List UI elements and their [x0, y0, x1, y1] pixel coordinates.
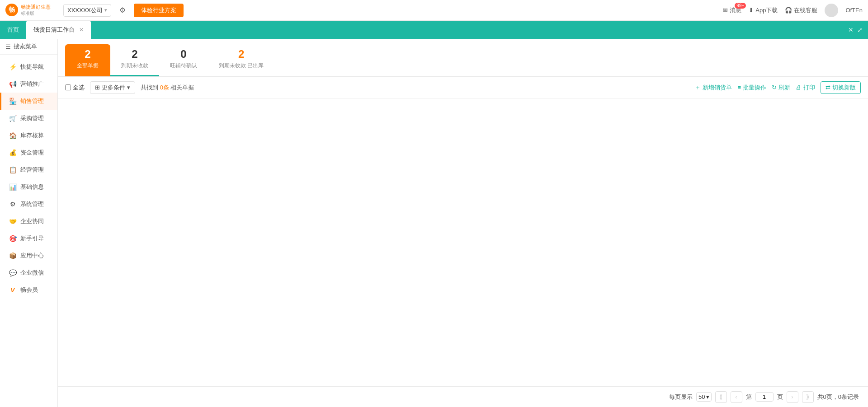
batch-icon: ≡	[737, 84, 741, 91]
select-all-checkbox[interactable]: 全选	[65, 84, 85, 92]
sidebar-item-marketing-label: 营销推广	[20, 80, 44, 88]
sidebar-top: ⚡ 快捷导航 📢 营销推广 🏪 销售管理 🛒 采购管理 🏠 库存核算 💰	[0, 55, 57, 302]
wechat-icon: 💬	[9, 269, 17, 277]
sidebar-item-operations[interactable]: 📋 经营管理	[0, 161, 57, 178]
sidebar-item-guide-label: 新手引导	[20, 234, 44, 243]
app-download-button[interactable]: ⬇ App下载	[749, 6, 778, 14]
filter-label: 更多条件	[102, 84, 125, 92]
sidebar-item-finance[interactable]: 💰 资金管理	[0, 144, 57, 161]
sidebar-item-quick-nav[interactable]: ⚡ 快捷导航	[0, 58, 57, 75]
prev-page-button[interactable]: ‹	[731, 391, 742, 403]
batch-label: 批量操作	[743, 84, 766, 92]
sidebar-item-cooperation-label: 企业协同	[20, 217, 44, 225]
message-button[interactable]: ✉ 消息 99+	[723, 6, 741, 14]
tab-work-bench[interactable]: 钱货日清工作台 ✕	[26, 21, 91, 39]
sidebar-item-marketing[interactable]: 📢 营销推广	[0, 75, 57, 93]
content-inner: 2 全部单据 2 到期未收款 0 旺辅待确认 2 到期未收款 已出库	[58, 39, 868, 407]
sidebar-item-cooperation[interactable]: 🤝 企业协同	[0, 213, 57, 230]
sidebar-item-inventory-label: 库存核算	[20, 131, 44, 140]
service-icon: 🎧	[785, 7, 792, 14]
filter-chevron-icon: ▾	[127, 84, 130, 91]
logo-area: 畅 畅捷通好生意 标准版	[5, 4, 63, 16]
search-icon: ☰	[5, 43, 11, 50]
main-content: 2 全部单据 2 到期未收款 0 旺辅待确认 2 到期未收款 已出库	[58, 39, 868, 407]
page-size-select[interactable]: 50 ▾	[696, 392, 711, 402]
close-window-icon[interactable]: ✕	[848, 26, 854, 33]
sidebar-item-inventory[interactable]: 🏠 库存核算	[0, 127, 57, 144]
top-header: 畅 畅捷通好生意 标准版 XXXXXX公司 ▾ ⚙ 体验行业方案 ✉ 消息 99…	[0, 0, 868, 21]
stat-num-overdue-out: 2	[238, 48, 244, 61]
page-size-label: 每页显示	[669, 393, 693, 401]
add-sale-button[interactable]: ＋ 新增销货单	[695, 84, 732, 92]
refresh-icon: ↻	[772, 84, 777, 91]
switch-version-button[interactable]: ⇄ 切换新版	[821, 81, 861, 94]
sidebar-item-purchase[interactable]: 🛒 采购管理	[0, 110, 57, 127]
avatar-name: OfTEn	[845, 7, 863, 14]
refresh-button[interactable]: ↻ 刷新	[772, 84, 790, 92]
first-page-button[interactable]: ⟪	[715, 391, 727, 403]
quick-nav-icon: ⚡	[9, 63, 17, 71]
expand-window-icon[interactable]: ⤢	[857, 26, 863, 33]
search-menu-button[interactable]: ☰ 搜索菜单	[0, 39, 57, 55]
avatar[interactable]	[825, 4, 838, 17]
toolbar: 全选 ⊞ 更多条件 ▾ 共找到 0条 相关单据 ＋	[58, 77, 868, 99]
cooperation-icon: 🤝	[9, 217, 17, 225]
tab-bar-actions: ✕ ⤢	[848, 26, 868, 33]
app-download-label: App下载	[755, 6, 778, 14]
print-label: 打印	[803, 84, 815, 92]
stat-tab-all[interactable]: 2 全部单据	[65, 44, 110, 76]
online-service-button[interactable]: 🎧 在线客服	[785, 6, 817, 14]
filter-icon: ⊞	[95, 84, 100, 91]
select-all-input[interactable]	[65, 84, 71, 90]
logo-icon: 畅	[5, 4, 18, 16]
layout: ☰ 搜索菜单 ⚡ 快捷导航 📢 营销推广 🏪 销售管理 🛒 采购管理 🏠	[0, 39, 868, 407]
switch-icon: ⇄	[826, 84, 830, 91]
sidebar-item-system-label: 系统管理	[20, 200, 44, 208]
sidebar-item-base-info[interactable]: 📊 基础信息	[0, 178, 57, 196]
app-center-icon: 📦	[9, 252, 17, 260]
sidebar-item-wechat-label: 企业微信	[20, 269, 44, 277]
sidebar-item-guide[interactable]: 🎯 新手引导	[0, 230, 57, 247]
stat-tab-overdue[interactable]: 2 到期未收款	[110, 44, 159, 76]
inventory-icon: 🏠	[9, 131, 17, 140]
page-label: 第	[746, 393, 752, 401]
next-page-button[interactable]: ›	[787, 391, 798, 403]
sidebar-item-member[interactable]: V 畅会员	[0, 281, 57, 299]
page-number-input[interactable]	[755, 392, 774, 402]
trial-button[interactable]: 体验行业方案	[134, 4, 184, 17]
stat-num-pending: 0	[180, 48, 186, 61]
stats-bar: 2 全部单据 2 到期未收款 0 旺辅待确认 2 到期未收款 已出库	[58, 39, 868, 77]
tab-home[interactable]: 首页	[0, 21, 26, 39]
sidebar-item-member-label: 畅会员	[20, 286, 38, 294]
message-icon: ✉	[723, 7, 728, 14]
print-icon: 🖨	[796, 84, 802, 91]
print-button[interactable]: 🖨 打印	[796, 84, 815, 92]
sidebar-item-sales[interactable]: 🏪 销售管理	[0, 93, 57, 110]
stat-tab-pending[interactable]: 0 旺辅待确认	[159, 44, 208, 76]
batch-button[interactable]: ≡ 批量操作	[737, 84, 766, 92]
table-area	[58, 99, 868, 386]
last-page-button[interactable]: ⟫	[802, 391, 814, 403]
stat-label-all: 全部单据	[77, 62, 99, 70]
finance-icon: 💰	[9, 149, 17, 157]
total-info: 共0页，0条记录	[817, 393, 859, 401]
sidebar-item-app-center-label: 应用中心	[20, 252, 44, 260]
sidebar-item-base-info-label: 基础信息	[20, 183, 44, 191]
page-label-2: 页	[777, 393, 783, 401]
add-icon: ＋	[695, 84, 701, 92]
system-icon: ⚙	[9, 200, 17, 208]
sidebar-item-wechat[interactable]: 💬 企业微信	[0, 264, 57, 281]
sidebar-item-sales-label: 销售管理	[20, 97, 44, 105]
tab-close-icon[interactable]: ✕	[79, 27, 84, 33]
found-text: 共找到 0条 相关单据	[141, 84, 194, 92]
stat-tab-overdue-out[interactable]: 2 到期未收款 已出库	[208, 44, 274, 76]
stat-num-all: 2	[85, 48, 90, 61]
chevron-down-icon: ▾	[104, 7, 107, 13]
settings-button[interactable]: ⚙	[116, 4, 129, 17]
sidebar-item-app-center[interactable]: 📦 应用中心	[0, 247, 57, 264]
online-service-label: 在线客服	[794, 6, 817, 14]
company-selector[interactable]: XXXXXX公司 ▾	[63, 4, 111, 17]
filter-button[interactable]: ⊞ 更多条件 ▾	[90, 81, 135, 94]
stat-label-pending: 旺辅待确认	[170, 62, 197, 70]
sidebar-item-system[interactable]: ⚙ 系统管理	[0, 196, 57, 213]
